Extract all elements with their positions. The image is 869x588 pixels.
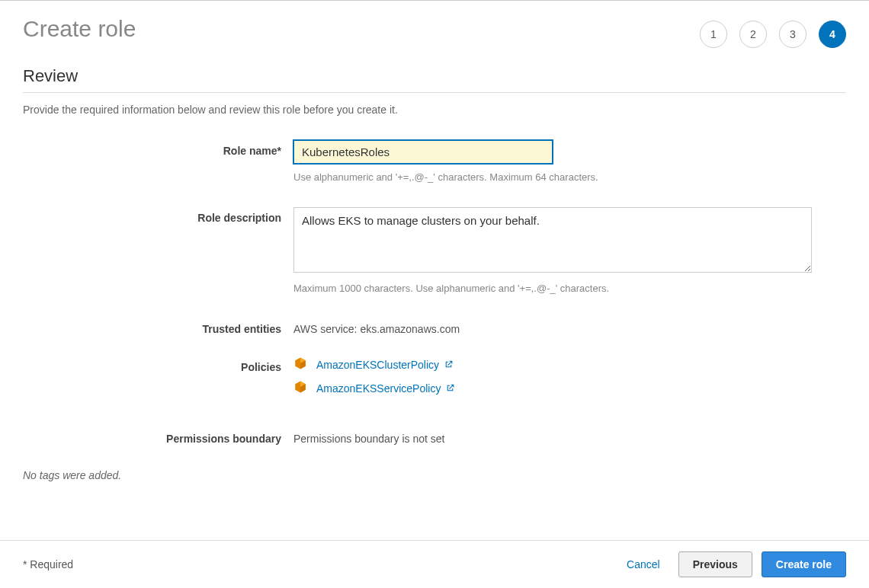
policy-link-2[interactable]: AmazonEKSServicePolicy (316, 382, 455, 395)
external-link-icon (445, 383, 455, 393)
external-link-icon (444, 360, 454, 369)
role-description-label: Role description (23, 207, 293, 224)
previous-button[interactable]: Previous (678, 551, 752, 577)
policy-name: AmazonEKSClusterPolicy (316, 359, 439, 371)
no-tags-note: No tags were added. (23, 469, 846, 481)
trusted-entities-value: AWS service: eks.amazonaws.com (293, 318, 819, 335)
step-4[interactable]: 4 (819, 21, 846, 48)
trusted-entities-label: Trusted entities (23, 318, 293, 335)
step-2[interactable]: 2 (739, 21, 767, 48)
step-1[interactable]: 1 (700, 21, 727, 48)
step-3[interactable]: 3 (779, 21, 806, 48)
policy-item: AmazonEKSServicePolicy (293, 380, 819, 396)
section-title: Review (23, 66, 846, 93)
create-role-button[interactable]: Create role (762, 551, 846, 577)
policy-name: AmazonEKSServicePolicy (316, 382, 441, 395)
permissions-boundary-value: Permissions boundary is not set (293, 428, 819, 445)
role-name-input[interactable] (293, 140, 553, 164)
wizard-stepper: 1 2 3 4 (700, 21, 846, 48)
policy-cube-icon (293, 356, 307, 372)
role-description-textarea[interactable] (293, 207, 812, 273)
role-name-label: Role name* (23, 140, 293, 157)
page-title: Create role (23, 16, 136, 42)
required-note: * Required (23, 558, 73, 570)
cancel-button[interactable]: Cancel (617, 552, 669, 577)
role-description-hint: Maximum 1000 characters. Use alphanumeri… (293, 283, 819, 294)
policy-link-1[interactable]: AmazonEKSClusterPolicy (316, 359, 454, 371)
section-subtitle: Provide the required information below a… (23, 104, 846, 116)
policy-item: AmazonEKSClusterPolicy (293, 356, 819, 372)
role-name-hint: Use alphanumeric and '+=,.@-_' character… (293, 171, 819, 183)
permissions-boundary-label: Permissions boundary (23, 428, 293, 445)
policies-label: Policies (23, 356, 293, 373)
policy-cube-icon (293, 380, 307, 396)
